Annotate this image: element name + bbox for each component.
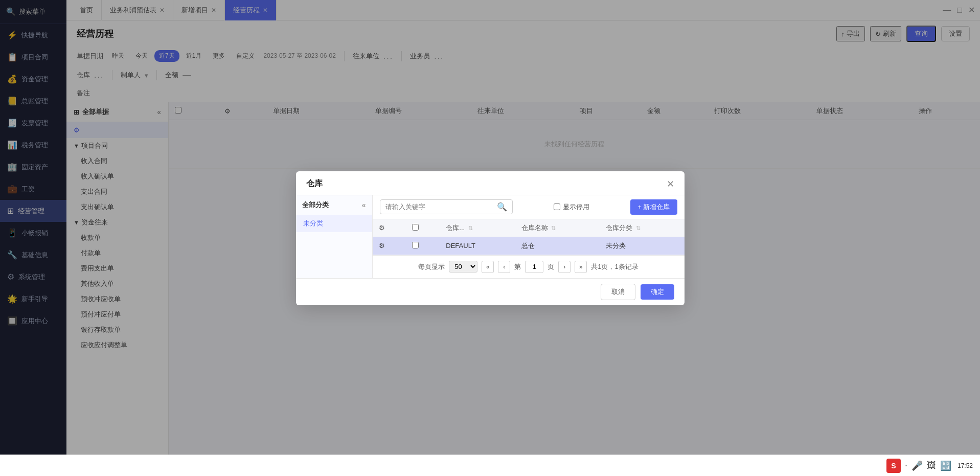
sort-icon-code: ⇅	[468, 225, 473, 231]
taskbar-icon-2[interactable]: 🎤	[911, 460, 923, 471]
show-disabled-checkbox[interactable]	[554, 203, 560, 210]
search-icon: 🔍	[497, 202, 507, 212]
dialog-sidebar-collapse[interactable]: «	[362, 201, 366, 209]
dialog-last-page[interactable]: »	[575, 261, 587, 273]
warehouse-dialog: 仓库 ✕ 全部分类 « 未分类 🔍	[296, 171, 685, 305]
row-select-checkbox[interactable]	[412, 242, 419, 248]
dialog-footer-actions: 取消 确定	[296, 278, 685, 305]
dialog-header: 仓库 ✕	[296, 171, 685, 195]
dialog-page-input[interactable]	[525, 261, 543, 273]
dialog-prev-page[interactable]: ‹	[498, 261, 510, 273]
dialog-search-input[interactable]	[385, 203, 494, 211]
row-settings-icon: ⚙	[379, 242, 385, 250]
taskbar-time: 17:52	[958, 462, 973, 469]
row-settings: ⚙	[373, 237, 406, 255]
dialog-next-page[interactable]: ›	[558, 261, 571, 273]
cancel-button[interactable]: 取消	[601, 284, 635, 300]
dialog-sidebar-header: 全部分类 «	[296, 195, 372, 215]
sort-icon-name: ⇅	[551, 225, 556, 231]
row-category: 未分类	[600, 237, 685, 255]
taskbar-icon-3[interactable]: 🖼	[927, 460, 936, 471]
dialog-page-label: 第	[514, 262, 521, 271]
dialog-close-button[interactable]: ✕	[667, 178, 674, 190]
dialog-table-container: ⚙ 仓库... ⇅ 仓库名称 ⇅	[373, 219, 685, 255]
dialog-sidebar: 全部分类 « 未分类	[296, 195, 373, 278]
dialog-table: ⚙ 仓库... ⇅ 仓库名称 ⇅	[373, 219, 685, 255]
taskbar-logo: S	[886, 459, 901, 473]
dialog-toolbar: 🔍 显示停用 + 新增仓库	[373, 195, 685, 219]
dialog-page-suffix: 页	[548, 262, 554, 271]
dialog-select-all[interactable]	[412, 224, 419, 231]
taskbar: S · 🎤 🖼 🔡 17:52	[0, 455, 980, 476]
taskbar-icon-4[interactable]: 🔡	[940, 460, 951, 471]
dialog-page-size-label: 每页显示	[418, 262, 445, 271]
col-checkbox-all	[406, 219, 440, 237]
dialog-title: 仓库	[306, 178, 323, 189]
taskbar-icon-1[interactable]: ·	[905, 460, 907, 471]
dialog-sidebar-item-weifenlei[interactable]: 未分类	[296, 215, 372, 232]
col-category: 仓库分类 ⇅	[600, 219, 685, 237]
dialog-pagination: 每页显示 50 100 « ‹ 第 页 › » 共1页，1条记录	[373, 255, 685, 278]
dialog-main: 🔍 显示停用 + 新增仓库 ⚙	[373, 195, 685, 278]
dialog-total-info: 共1页，1条记录	[591, 262, 638, 271]
dialog-body: 全部分类 « 未分类 🔍 显示停用	[296, 195, 685, 278]
confirm-button[interactable]: 确定	[641, 284, 674, 300]
col-settings-icon: ⚙	[373, 219, 406, 237]
row-name: 总仓	[515, 237, 600, 255]
row-code: DEFAULT	[440, 237, 515, 255]
row-checkbox	[406, 237, 440, 255]
col-code: 仓库... ⇅	[440, 219, 515, 237]
dialog-first-page[interactable]: «	[482, 261, 494, 273]
col-name: 仓库名称 ⇅	[515, 219, 600, 237]
dialog-sidebar-all-label: 全部分类	[302, 200, 329, 210]
dialog-page-size-select[interactable]: 50 100	[449, 261, 477, 273]
sort-icon-category: ⇅	[636, 225, 641, 231]
table-row[interactable]: ⚙ DEFAULT 总仓 未分类	[373, 237, 685, 255]
modal-overlay: 仓库 ✕ 全部分类 « 未分类 🔍	[0, 0, 980, 476]
add-warehouse-button[interactable]: + 新增仓库	[630, 199, 677, 215]
show-disabled-label[interactable]: 显示停用	[554, 202, 589, 212]
dialog-search-box: 🔍	[380, 199, 513, 214]
